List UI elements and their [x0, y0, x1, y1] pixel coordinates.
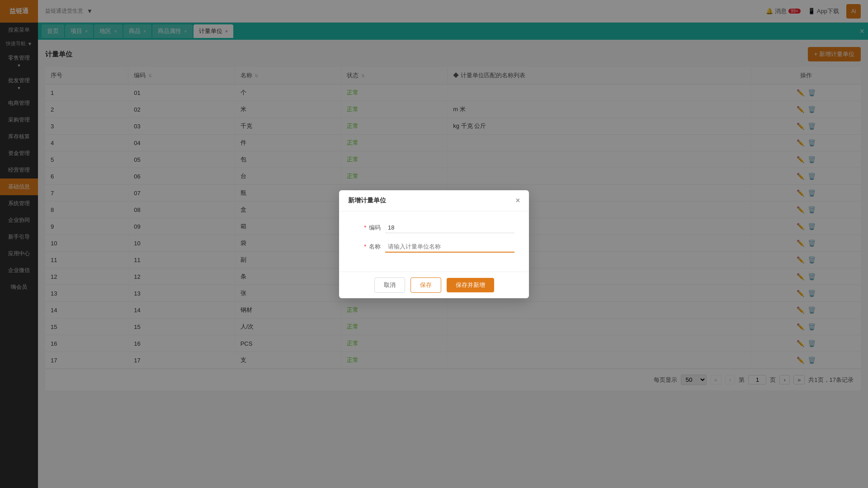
cancel-button[interactable]: 取消 [374, 277, 405, 293]
save-new-button[interactable]: 保存并新增 [447, 278, 494, 292]
add-unit-modal: 新增计量单位 × * 编码 * 名称 取消 保存 保存并新增 [339, 190, 529, 298]
name-required-star: * [364, 243, 366, 250]
name-label: * 名称 [354, 243, 381, 251]
code-form-row: * 编码 [354, 222, 514, 233]
code-required-star: * [364, 224, 366, 231]
code-input[interactable] [385, 222, 514, 233]
modal-close-button[interactable]: × [516, 197, 520, 205]
name-form-row: * 名称 [354, 241, 514, 253]
modal-body: * 编码 * 名称 [339, 211, 529, 272]
modal-title: 新增计量单位 [348, 197, 386, 205]
save-button[interactable]: 保存 [410, 277, 441, 293]
name-input[interactable] [385, 241, 514, 253]
modal-footer: 取消 保存 保存并新增 [339, 272, 529, 298]
modal-overlay[interactable]: 新增计量单位 × * 编码 * 名称 取消 保存 保存并新增 [0, 0, 868, 488]
modal-header: 新增计量单位 × [339, 190, 529, 211]
code-label: * 编码 [354, 224, 381, 232]
